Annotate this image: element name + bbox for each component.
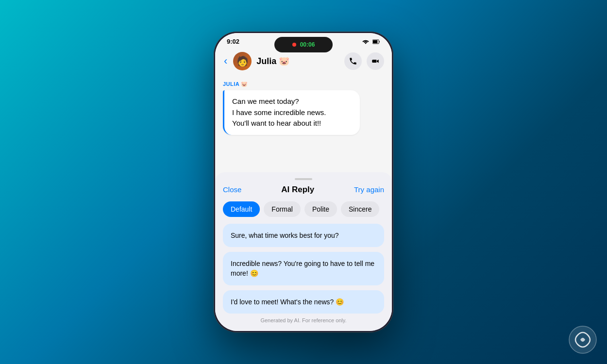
header-actions <box>344 52 384 70</box>
phone-frame: 9:02 00:06 ‹ 🧑 Jul <box>214 32 393 332</box>
video-button[interactable] <box>367 52 384 70</box>
message-line-2: I have some incredible news. <box>232 107 352 118</box>
phone-icon <box>349 57 357 66</box>
status-icons <box>362 39 380 45</box>
video-icon <box>371 57 380 66</box>
reply-suggestions: Sure, what time works best for you? Incr… <box>223 224 384 314</box>
ai-footer: Generated by AI. For reference only. <box>223 317 384 323</box>
ai-reply-panel: Close AI Reply Try again Default Formal … <box>215 172 392 331</box>
dynamic-island: 00:06 <box>274 37 333 52</box>
reply-text-2: Incredible news? You're going to have to… <box>231 259 376 279</box>
message-line-3: You'll want to hear about it!! <box>232 118 352 129</box>
reply-text-3: I'd love to meet! What's the news? 😊 <box>231 297 376 307</box>
call-duration: 00:06 <box>300 41 315 48</box>
reply-suggestion-1[interactable]: Sure, what time works best for you? <box>223 224 384 247</box>
reply-suggestion-3[interactable]: I'd love to meet! What's the news? 😊 <box>223 290 384 314</box>
reply-suggestion-2[interactable]: Incredible news? You're going to have to… <box>223 252 384 285</box>
contact-name: Julia 🐷 <box>256 56 339 66</box>
chip-polite[interactable]: Polite <box>304 201 337 217</box>
phone-button[interactable] <box>344 52 362 70</box>
close-button[interactable]: Close <box>223 185 241 194</box>
message-line-1: Can we meet today? <box>232 96 352 107</box>
reply-text-1: Sure, what time works best for you? <box>231 231 376 240</box>
back-button[interactable]: ‹ <box>223 54 228 68</box>
record-dot <box>292 43 296 47</box>
svg-rect-1 <box>373 40 377 43</box>
chip-sincere[interactable]: Sincere <box>341 201 379 217</box>
chip-formal[interactable]: Formal <box>264 201 301 217</box>
watermark-logo <box>568 325 597 354</box>
wifi-icon <box>362 39 370 45</box>
ai-reply-header: Close AI Reply Try again <box>223 185 384 195</box>
chip-default[interactable]: Default <box>223 201 260 217</box>
sender-label: JULIA 🐷 <box>223 81 384 87</box>
message-area: JULIA 🐷 Can we meet today? I have some i… <box>215 76 392 172</box>
ai-reply-title: AI Reply <box>281 185 314 195</box>
try-again-button[interactable]: Try again <box>354 185 384 194</box>
avatar: 🧑 <box>233 52 252 70</box>
battery-icon <box>372 39 380 45</box>
status-bar: 9:02 00:06 <box>215 33 392 48</box>
phone-screen: 9:02 00:06 ‹ 🧑 Jul <box>215 33 392 331</box>
status-time: 9:02 <box>227 38 239 45</box>
drag-handle <box>295 178 312 180</box>
incoming-message-bubble: Can we meet today? I have some incredibl… <box>223 90 360 135</box>
tone-chips: Default Formal Polite Sincere <box>223 201 384 217</box>
